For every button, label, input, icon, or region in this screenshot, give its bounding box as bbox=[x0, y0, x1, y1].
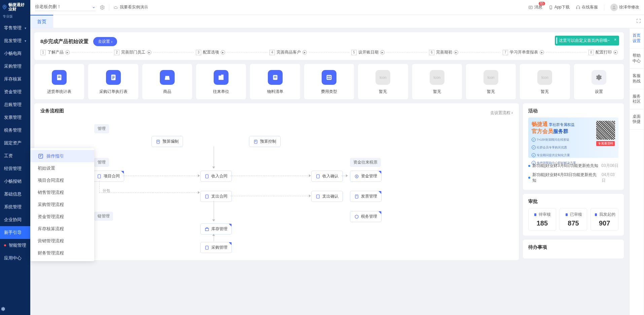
step-4[interactable]: 4完善商品客户▶ bbox=[270, 49, 307, 55]
step-3[interactable]: 3配置选项▶ bbox=[196, 49, 225, 55]
brand-logo[interactable]: 畅捷通好业财 bbox=[0, 0, 30, 14]
guide-sales[interactable]: 销售管理流程 bbox=[30, 186, 94, 199]
app-download-button[interactable]: App下载 bbox=[548, 4, 570, 10]
messages-button[interactable]: 消息 65 bbox=[528, 4, 542, 10]
nav-retail[interactable]: 零售管理▾ bbox=[0, 22, 30, 34]
tile-settings[interactable]: 设置 bbox=[574, 64, 624, 99]
nav-settings-bottom[interactable] bbox=[0, 303, 30, 315]
tile-feetype[interactable]: 费用类型 bbox=[304, 64, 354, 99]
guide-funds[interactable]: 资金管理流程 bbox=[30, 211, 94, 223]
rail-community[interactable]: 服务社区 bbox=[630, 89, 644, 109]
nav-wholesale[interactable]: 批发管理▾ bbox=[0, 34, 30, 47]
flow-settings-link[interactable]: 去设置流程 › bbox=[490, 110, 513, 116]
node-expense-contract[interactable]: 支出合同 bbox=[200, 191, 232, 202]
node-tax[interactable]: 税务管理 bbox=[350, 211, 382, 222]
nav-system[interactable]: 系统管理 bbox=[0, 201, 30, 213]
svg-rect-13 bbox=[221, 75, 223, 80]
nav-operation[interactable]: 经营管理 bbox=[0, 162, 30, 175]
guide-project[interactable]: 项目合同流程 bbox=[30, 174, 94, 186]
node-stock[interactable]: 库存管理 bbox=[200, 223, 232, 235]
guide-head[interactable]: 操作指引 bbox=[30, 150, 94, 162]
go-setup-button[interactable]: 去设置› bbox=[93, 37, 117, 46]
news-item-1[interactable]: 新功能|好业财3月6日功能更新抢先知03月06日 bbox=[528, 161, 618, 170]
tile-empty-2[interactable]: Icon暂无 bbox=[412, 64, 462, 99]
node-income-confirm[interactable]: 收入确认 bbox=[311, 171, 343, 182]
nav-tax[interactable]: 税务管理 bbox=[0, 124, 30, 137]
approval-pending[interactable]: 待审核 185 bbox=[528, 208, 556, 231]
brand-edition: 专业版 bbox=[0, 14, 30, 22]
rail-hotline[interactable]: 客服热线 bbox=[630, 69, 644, 89]
tile-partner[interactable]: 往来单位 bbox=[196, 64, 246, 99]
tile-bom[interactable]: 物料清单 bbox=[250, 64, 300, 99]
tab-home[interactable]: 首页 bbox=[30, 15, 53, 28]
main: 徐老板勿删！ ⌄ 我要看实例演示 消息 65 App下载 bbox=[30, 0, 644, 315]
guide-inventory[interactable]: 库存核算流程 bbox=[30, 223, 94, 235]
dept-selector[interactable]: 徐老板勿删！ ⌄ bbox=[35, 4, 96, 11]
node-project-contract[interactable]: 项目合同 bbox=[93, 171, 124, 182]
node-invoice[interactable]: 发票管理 bbox=[350, 191, 382, 202]
chevron-down-icon: ▾ bbox=[25, 26, 26, 30]
content: 首页设置 帮助中心 客服热线 服务社区 桌面快捷 8步完成产品初始设置 去设置›… bbox=[30, 28, 644, 315]
guide-marketing[interactable]: 营销管理流程 bbox=[30, 235, 94, 247]
demo-link[interactable]: 我要看实例演示 bbox=[113, 4, 148, 10]
node-expense-confirm[interactable]: 支出确认 bbox=[311, 191, 343, 202]
nav-inventory[interactable]: 库存核算 bbox=[0, 73, 30, 85]
rail-home-settings[interactable]: 首页设置 bbox=[630, 28, 644, 48]
nav-ledger[interactable]: 总账管理 bbox=[0, 98, 30, 111]
nav-funds[interactable]: 资金管理 bbox=[0, 85, 30, 98]
node-budget-control[interactable]: 预算控制 bbox=[249, 136, 281, 147]
nav-baseinfo[interactable]: 基础信息 bbox=[0, 188, 30, 201]
svg-rect-35 bbox=[566, 213, 568, 216]
node-income-contract[interactable]: 收入合同 bbox=[200, 171, 232, 182]
news-item-2[interactable]: 新功能|好业财4月03日功能更新抢先知04月03日 bbox=[528, 170, 618, 185]
settings-icon-button[interactable] bbox=[100, 5, 105, 10]
step-2[interactable]: 2完善部门员工▶ bbox=[114, 49, 151, 55]
guide-purchase[interactable]: 采购管理流程 bbox=[30, 199, 94, 211]
play-icon: ▶ bbox=[540, 50, 544, 55]
nav-fixedasset[interactable]: 固定资产 bbox=[0, 137, 30, 149]
svg-rect-28 bbox=[206, 195, 208, 198]
nav-purchase[interactable]: 采购管理 bbox=[0, 60, 30, 73]
user-menu[interactable]: 徐泽华修改 bbox=[610, 4, 639, 11]
nav-ai[interactable]: 智能管理 bbox=[0, 239, 30, 252]
node-funds[interactable]: 资金管理 bbox=[350, 171, 382, 182]
nav-newbie[interactable]: 新手引导 bbox=[0, 226, 30, 239]
tile-empty-1[interactable]: Icon暂无 bbox=[358, 64, 408, 99]
approval-done[interactable]: 已审核 875 bbox=[560, 208, 587, 231]
approval-mine[interactable]: 我发起的 907 bbox=[591, 208, 618, 231]
nav-salary[interactable]: 工资 bbox=[0, 149, 30, 162]
step-5[interactable]: 5设开账日期▶ bbox=[351, 49, 385, 55]
chevron-down-icon: ▾ bbox=[25, 39, 26, 43]
step-6[interactable]: 6完善期初▶ bbox=[429, 49, 458, 55]
todo-title: 待办事项 bbox=[528, 244, 618, 250]
tile-empty-3[interactable]: Icon暂无 bbox=[466, 64, 516, 99]
nav-collab[interactable]: 企业协同 bbox=[0, 213, 30, 226]
rail-help[interactable]: 帮助中心 bbox=[630, 48, 644, 69]
node-budget-edit[interactable]: 预算编制 bbox=[151, 136, 183, 147]
node-purchase[interactable]: 采购管理 bbox=[200, 242, 232, 253]
tile-product[interactable]: 商品 bbox=[142, 64, 192, 99]
guide-icon bbox=[38, 153, 44, 159]
step-1[interactable]: 1了解产品▶ bbox=[40, 49, 70, 55]
fullscreen-icon[interactable] bbox=[636, 18, 641, 24]
nav-ecommerce[interactable]: 小畅电商 bbox=[0, 47, 30, 60]
promo-banner[interactable]: 畅捷通 享社群专属权益 官方会员服务群 7×15h资深顾问在线答疑社群会员专享购… bbox=[528, 117, 618, 158]
nav: 零售管理▾ 批发管理▾ 小畅电商 采购管理 库存核算 资金管理 总账管理 发票管… bbox=[0, 22, 30, 303]
tile-purchase-stats[interactable]: 进货单统计表 bbox=[34, 64, 84, 99]
online-support-button[interactable]: 在线客服 bbox=[576, 4, 598, 10]
rail-desktop[interactable]: 桌面快捷 bbox=[630, 109, 644, 130]
nav-expense[interactable]: 小畅报销 bbox=[0, 175, 30, 188]
nav-appcenter[interactable]: 应用中心 bbox=[0, 252, 30, 265]
tile-po-exec[interactable]: 采购订单执行表 bbox=[88, 64, 138, 99]
guide-finance[interactable]: 财务管理流程 bbox=[30, 247, 94, 259]
nav-invoice[interactable]: 发票管理 bbox=[0, 111, 30, 124]
flow-section-budget: 管理 bbox=[94, 124, 109, 133]
tile-empty-4[interactable]: Icon暂无 bbox=[520, 64, 570, 99]
svg-point-1 bbox=[102, 7, 103, 8]
play-icon: ▶ bbox=[302, 50, 307, 55]
close-icon[interactable]: × bbox=[614, 37, 616, 42]
step-8[interactable]: 8配置打印▶ bbox=[588, 49, 618, 55]
guide-init[interactable]: 初始设置 bbox=[30, 162, 94, 174]
step-7[interactable]: 7学习开单查报表▶ bbox=[503, 49, 544, 55]
svg-rect-21 bbox=[329, 78, 331, 79]
